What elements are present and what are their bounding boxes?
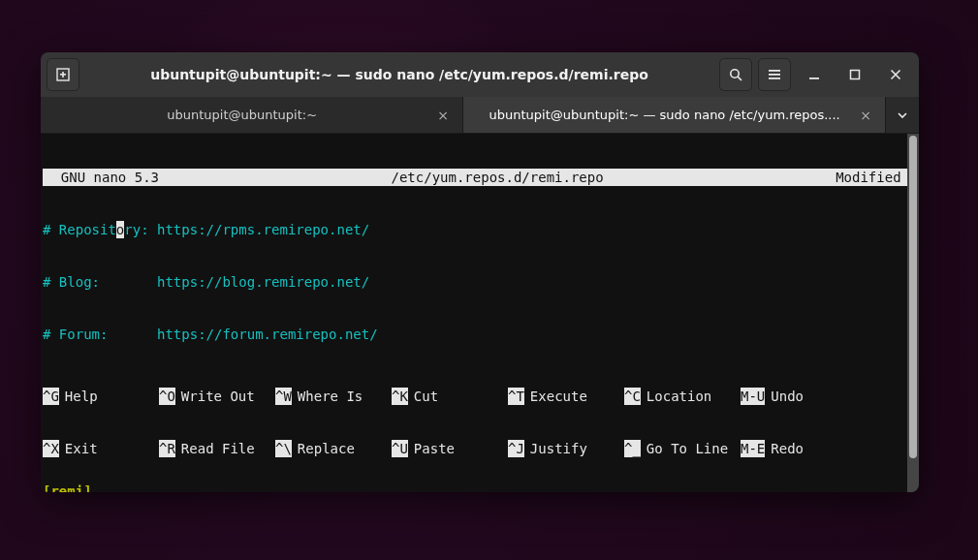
terminal-window: ubuntupit@ubuntupit:~ — sudo nano /etc/y… — [41, 52, 919, 492]
shortcut: ^JJustify — [508, 440, 624, 457]
scrollbar[interactable] — [907, 134, 919, 492]
minimize-button[interactable] — [797, 57, 832, 92]
shortcut-key: ^J — [508, 440, 524, 457]
shortcut: M-UUndo — [741, 388, 857, 405]
svg-rect-8 — [809, 78, 819, 79]
shortcut: ^TExecute — [508, 388, 624, 405]
shortcut-label: Redo — [765, 440, 804, 457]
shortcut-key: ^K — [392, 388, 408, 405]
shortcut: ^RRead File — [159, 440, 275, 457]
close-button[interactable] — [878, 57, 913, 92]
nano-shortcuts: ^GHelp^OWrite Out^WWhere Is^KCut^TExecut… — [43, 353, 907, 492]
shortcut-label: Justify — [524, 440, 587, 457]
tab-label: ubuntupit@ubuntupit:~ — [54, 108, 429, 122]
shortcut: M-ERedo — [741, 440, 857, 457]
shortcut-key: ^G — [43, 388, 59, 405]
shortcut: ^OWrite Out — [159, 388, 275, 405]
shortcut-key: ^_ — [624, 440, 641, 457]
shortcut-label: Replace — [292, 440, 355, 457]
svg-rect-2 — [62, 72, 64, 78]
menu-button[interactable] — [758, 58, 791, 91]
shortcut-label: Cut — [408, 388, 438, 405]
shortcut: ^CLocation — [624, 388, 741, 405]
svg-rect-5 — [769, 70, 780, 72]
svg-line-4 — [738, 77, 741, 80]
shortcut-label: Help — [59, 388, 98, 405]
shortcut-label: Go To Line — [641, 440, 728, 457]
shortcut-label: Paste — [408, 440, 455, 457]
tab-1[interactable]: ubuntupit@ubuntupit:~ × — [41, 97, 463, 133]
shortcut-key: M-U — [741, 388, 765, 405]
nano-titlebar: GNU nano 5.3 /etc/yum.repos.d/remi.repo … — [43, 169, 911, 186]
nano-status: Modified — [836, 169, 911, 186]
terminal-viewport[interactable]: GNU nano 5.3 /etc/yum.repos.d/remi.repo … — [41, 134, 919, 492]
shortcut-label: Read File — [175, 440, 255, 457]
shortcut-label: Write Out — [175, 388, 255, 405]
tab-2[interactable]: ubuntupit@ubuntupit:~ — sudo nano /etc/y… — [463, 97, 886, 133]
svg-rect-6 — [769, 74, 780, 76]
shortcut-label: Exit — [59, 440, 98, 457]
shortcut-key: M-E — [741, 440, 765, 457]
svg-rect-9 — [851, 71, 860, 79]
tab-dropdown[interactable] — [886, 97, 919, 133]
terminal-content: GNU nano 5.3 /etc/yum.repos.d/remi.repo … — [41, 134, 919, 492]
shortcut-key: ^\ — [275, 440, 292, 457]
svg-point-3 — [731, 70, 739, 78]
tab-bar: ubuntupit@ubuntupit:~ × ubuntupit@ubuntu… — [41, 97, 919, 134]
shortcut-key: ^X — [43, 440, 59, 457]
maximize-button[interactable] — [837, 57, 872, 92]
tab-close-icon[interactable]: × — [437, 108, 449, 123]
window-title: ubuntupit@ubuntupit:~ — sudo nano /etc/y… — [85, 67, 713, 82]
shortcut: ^UPaste — [392, 440, 508, 457]
nano-filepath: /etc/yum.repos.d/remi.repo — [159, 169, 836, 186]
scrollbar-thumb[interactable] — [909, 136, 917, 458]
cursor: o — [116, 221, 124, 238]
shortcut: ^_Go To Line — [624, 440, 741, 457]
shortcut-label: Execute — [524, 388, 587, 405]
new-tab-button[interactable] — [47, 58, 79, 91]
shortcut-key: ^T — [508, 388, 524, 405]
shortcut-label: Undo — [765, 388, 804, 405]
tab-close-icon[interactable]: × — [860, 108, 871, 123]
shortcut-key: ^C — [624, 388, 641, 405]
shortcut-key: ^W — [275, 388, 292, 405]
shortcut: ^WWhere Is — [275, 388, 392, 405]
titlebar: ubuntupit@ubuntupit:~ — sudo nano /etc/y… — [41, 52, 919, 97]
shortcut-key: ^U — [392, 440, 408, 457]
shortcut-key: ^R — [159, 440, 175, 457]
nano-app-name: GNU nano 5.3 — [43, 169, 159, 186]
search-button[interactable] — [719, 58, 752, 91]
shortcut-key: ^O — [159, 388, 175, 405]
shortcut: ^GHelp — [43, 388, 159, 405]
svg-rect-7 — [769, 78, 780, 79]
shortcut: ^\Replace — [275, 440, 392, 457]
shortcut-label: Location — [641, 388, 711, 405]
shortcut: ^KCut — [392, 388, 508, 405]
shortcut-label: Where Is — [292, 388, 363, 405]
tab-label: ubuntupit@ubuntupit:~ — sudo nano /etc/y… — [477, 108, 852, 122]
shortcut: ^XExit — [43, 440, 159, 457]
